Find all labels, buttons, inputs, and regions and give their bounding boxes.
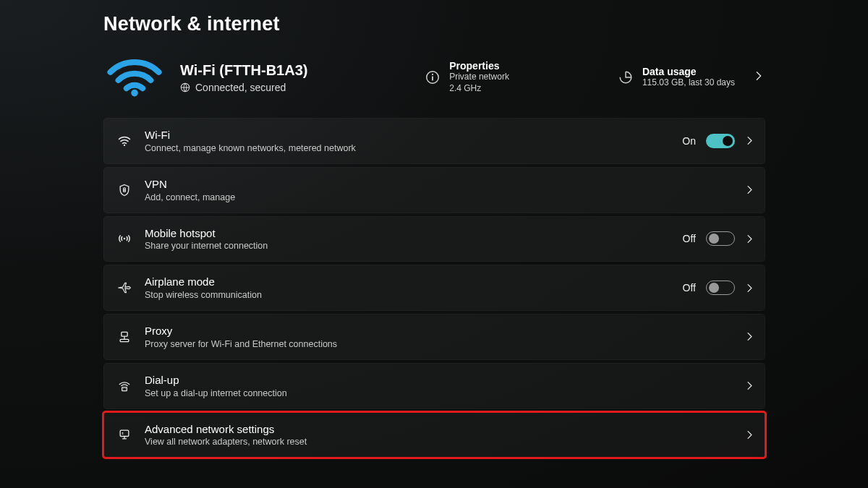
chevron-right-icon <box>745 283 754 293</box>
wifi-toggle-label: On <box>682 135 696 147</box>
svg-rect-4 <box>432 76 433 80</box>
vpn-row-subtitle: Add, connect, manage <box>145 192 732 202</box>
svg-rect-8 <box>124 189 126 192</box>
info-icon <box>425 69 441 85</box>
airplane-toggle-label: Off <box>683 282 696 294</box>
svg-point-0 <box>131 90 138 97</box>
chevron-right-icon <box>754 71 764 84</box>
proxy-icon <box>117 330 132 344</box>
svg-point-6 <box>124 145 125 146</box>
data-usage-icon <box>618 69 634 85</box>
proxy-row-subtitle: Proxy server for Wi-Fi and Ethernet conn… <box>145 339 732 349</box>
chevron-right-icon <box>745 234 754 244</box>
chevron-right-icon <box>745 332 754 341</box>
page-title: Network & internet <box>103 13 868 35</box>
chevron-right-icon <box>745 381 754 390</box>
properties-heading: Properties <box>449 60 509 72</box>
airplane-toggle[interactable] <box>706 281 735 295</box>
vpn-row[interactable]: VPN Add, connect, manage <box>103 167 765 213</box>
airplane-row-title: Airplane mode <box>145 275 670 289</box>
globe-icon <box>180 82 190 93</box>
svg-point-3 <box>432 74 433 75</box>
properties-line1: Private network <box>449 72 509 83</box>
data-usage-heading: Data usage <box>642 66 735 77</box>
svg-point-14 <box>125 388 126 389</box>
vpn-row-title: VPN <box>145 178 732 192</box>
connection-status-header: Wi-Fi (FTTH-B1A3) Connected, secured Pro… <box>103 57 765 98</box>
wifi-row[interactable]: Wi-Fi Connect, manage known networks, me… <box>103 118 765 164</box>
vpn-shield-icon <box>117 183 132 197</box>
chevron-right-icon <box>745 185 754 194</box>
airplane-icon <box>117 281 132 295</box>
proxy-row-title: Proxy <box>145 325 732 338</box>
chevron-right-icon <box>745 136 754 145</box>
advanced-row-title: Advanced network settings <box>145 423 732 437</box>
hotspot-toggle-label: Off <box>683 233 696 244</box>
svg-point-13 <box>123 388 124 389</box>
data-usage-button[interactable]: Data usage 115.03 GB, last 30 days <box>618 66 764 89</box>
wifi-row-title: Wi-Fi <box>145 129 669 142</box>
hotspot-toggle[interactable] <box>706 231 735 246</box>
airplane-row-subtitle: Stop wireless communication <box>145 290 670 300</box>
wifi-signal-icon <box>103 57 166 98</box>
properties-button[interactable]: Properties Private network 2.4 GHz <box>425 60 509 94</box>
hotspot-row-title: Mobile hotspot <box>145 227 670 241</box>
wifi-name: Wi-Fi (FTTH-B1A3) <box>180 61 425 80</box>
dialup-row-subtitle: Set up a dial-up internet connection <box>145 388 732 398</box>
connection-status-text: Connected, secured <box>195 82 286 93</box>
proxy-row[interactable]: Proxy Proxy server for Wi-Fi and Etherne… <box>103 314 765 360</box>
wifi-icon <box>117 134 132 148</box>
svg-rect-12 <box>122 387 127 390</box>
properties-line2: 2.4 GHz <box>449 83 509 95</box>
hotspot-icon <box>117 231 132 246</box>
network-adapter-icon <box>117 427 132 442</box>
mobile-hotspot-row[interactable]: Mobile hotspot Share your internet conne… <box>103 216 765 262</box>
dialup-icon <box>117 379 132 393</box>
advanced-network-settings-row[interactable]: Advanced network settings View all netwo… <box>103 412 765 458</box>
airplane-mode-row[interactable]: Airplane mode Stop wireless communicatio… <box>103 265 765 311</box>
advanced-row-subtitle: View all network adapters, network reset <box>145 437 732 447</box>
dialup-row[interactable]: Dial-up Set up a dial-up internet connec… <box>103 363 765 409</box>
svg-rect-15 <box>120 431 129 437</box>
svg-rect-10 <box>122 332 127 336</box>
wifi-row-subtitle: Connect, manage known networks, metered … <box>145 143 669 153</box>
data-usage-line1: 115.03 GB, last 30 days <box>642 77 735 89</box>
wifi-toggle[interactable] <box>706 134 735 148</box>
svg-rect-11 <box>120 339 129 341</box>
hotspot-row-subtitle: Share your internet connection <box>145 241 670 251</box>
dialup-row-title: Dial-up <box>145 374 732 388</box>
svg-point-9 <box>124 238 126 240</box>
chevron-right-icon <box>745 430 754 440</box>
